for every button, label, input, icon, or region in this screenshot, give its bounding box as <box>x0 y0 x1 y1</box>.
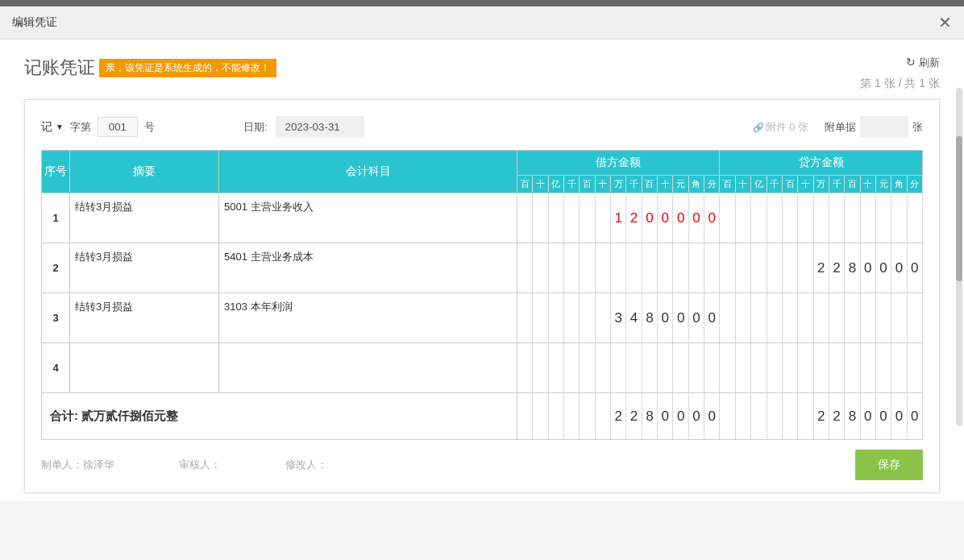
digit-cell[interactable] <box>611 243 626 293</box>
digit-cell[interactable]: 0 <box>704 293 720 343</box>
digit-cell[interactable] <box>813 343 829 393</box>
digit-cell[interactable] <box>798 243 813 293</box>
digit-cell[interactable] <box>735 343 750 393</box>
digit-cell[interactable] <box>907 293 922 343</box>
digit-cell[interactable] <box>517 293 533 343</box>
digit-cell[interactable] <box>688 343 704 393</box>
digit-cell[interactable]: 3 <box>611 293 626 343</box>
digit-cell[interactable]: 2 <box>813 393 829 440</box>
digit-cell[interactable] <box>642 243 657 293</box>
digit-cell[interactable]: 0 <box>704 393 720 440</box>
digit-cell[interactable] <box>829 293 844 343</box>
digit-cell[interactable] <box>735 243 750 293</box>
digit-cell[interactable] <box>580 343 595 393</box>
digit-cell[interactable] <box>533 393 548 440</box>
digit-cell[interactable] <box>767 393 782 440</box>
digit-cell[interactable] <box>751 243 767 293</box>
summary-cell[interactable]: 结转3月损益 <box>70 243 219 293</box>
digit-cell[interactable] <box>751 393 767 440</box>
digit-cell[interactable] <box>720 193 735 243</box>
digit-cell[interactable] <box>845 293 860 343</box>
digit-cell[interactable] <box>829 343 844 393</box>
digit-cell[interactable] <box>626 343 642 393</box>
digit-cell[interactable] <box>548 293 563 343</box>
digit-cell[interactable]: 0 <box>704 193 720 243</box>
digit-cell[interactable] <box>642 343 657 393</box>
digit-cell[interactable] <box>533 293 548 343</box>
voucher-number-input[interactable] <box>98 117 138 137</box>
digit-cell[interactable] <box>907 343 922 393</box>
refresh-button[interactable]: 刷新 <box>906 56 940 68</box>
digit-cell[interactable] <box>533 193 548 243</box>
digit-cell[interactable] <box>782 193 797 243</box>
digit-cell[interactable]: 2 <box>626 393 642 440</box>
digit-cell[interactable] <box>517 343 533 393</box>
digit-cell[interactable] <box>751 293 767 343</box>
digit-cell[interactable] <box>517 393 533 440</box>
digit-cell[interactable] <box>548 343 563 393</box>
digit-cell[interactable]: 0 <box>673 193 688 243</box>
digit-cell[interactable] <box>875 343 891 393</box>
digit-cell[interactable]: 0 <box>860 243 875 293</box>
subject-cell[interactable] <box>219 343 517 393</box>
digit-cell[interactable] <box>751 193 767 243</box>
digit-cell[interactable]: 0 <box>688 293 704 343</box>
digit-cell[interactable] <box>720 343 735 393</box>
chevron-down-icon[interactable]: ▼ <box>56 122 64 131</box>
digit-cell[interactable]: 2 <box>829 393 844 440</box>
digit-cell[interactable]: 8 <box>642 293 657 343</box>
digit-cell[interactable] <box>813 293 829 343</box>
digit-cell[interactable] <box>720 293 735 343</box>
save-button[interactable]: 保存 <box>855 450 923 480</box>
digit-cell[interactable]: 2 <box>611 393 626 440</box>
digit-cell[interactable] <box>735 293 750 343</box>
digit-cell[interactable]: 0 <box>658 393 673 440</box>
digit-cell[interactable] <box>720 393 735 440</box>
digit-cell[interactable]: 0 <box>642 193 657 243</box>
digit-cell[interactable] <box>673 343 688 393</box>
digit-cell[interactable]: 0 <box>875 393 891 440</box>
attachments-link[interactable]: 附件 0 张 <box>753 120 808 135</box>
digit-cell[interactable] <box>798 293 813 343</box>
digit-cell[interactable] <box>580 193 595 243</box>
digit-cell[interactable] <box>533 243 548 293</box>
digit-cell[interactable] <box>813 193 829 243</box>
digit-cell[interactable] <box>782 243 797 293</box>
digit-cell[interactable] <box>767 293 782 343</box>
digit-cell[interactable] <box>735 193 750 243</box>
digit-cell[interactable] <box>860 193 875 243</box>
digit-cell[interactable]: 0 <box>907 393 922 440</box>
digit-cell[interactable] <box>688 243 704 293</box>
summary-cell[interactable]: 结转3月损益 <box>70 193 219 243</box>
digit-cell[interactable] <box>658 243 673 293</box>
digit-cell[interactable] <box>767 193 782 243</box>
digit-cell[interactable] <box>891 343 907 393</box>
digit-cell[interactable] <box>875 193 891 243</box>
digit-cell[interactable]: 8 <box>845 393 860 440</box>
digit-cell[interactable]: 0 <box>673 393 688 440</box>
digit-cell[interactable]: 2 <box>813 243 829 293</box>
digit-cell[interactable] <box>548 393 563 440</box>
digit-cell[interactable] <box>704 243 720 293</box>
subject-cell[interactable]: 5001 主营业务收入 <box>219 193 517 243</box>
digit-cell[interactable] <box>595 343 610 393</box>
ji-type-label[interactable]: 记 <box>41 120 52 135</box>
digit-cell[interactable] <box>564 193 580 243</box>
digit-cell[interactable] <box>782 343 797 393</box>
digit-cell[interactable]: 1 <box>611 193 626 243</box>
digit-cell[interactable] <box>704 343 720 393</box>
digit-cell[interactable] <box>845 193 860 243</box>
digit-cell[interactable] <box>564 293 580 343</box>
close-icon[interactable]: ✕ <box>938 13 952 32</box>
fudan-input[interactable] <box>860 116 908 138</box>
digit-cell[interactable] <box>767 243 782 293</box>
digit-cell[interactable] <box>845 343 860 393</box>
digit-cell[interactable] <box>829 193 844 243</box>
digit-cell[interactable]: 0 <box>673 293 688 343</box>
date-input[interactable] <box>276 116 364 138</box>
scrollbar-thumb[interactable] <box>956 136 962 281</box>
digit-cell[interactable]: 8 <box>845 243 860 293</box>
digit-cell[interactable] <box>564 393 580 440</box>
subject-cell[interactable]: 5401 主营业务成本 <box>219 243 517 293</box>
digit-cell[interactable]: 2 <box>626 193 642 243</box>
